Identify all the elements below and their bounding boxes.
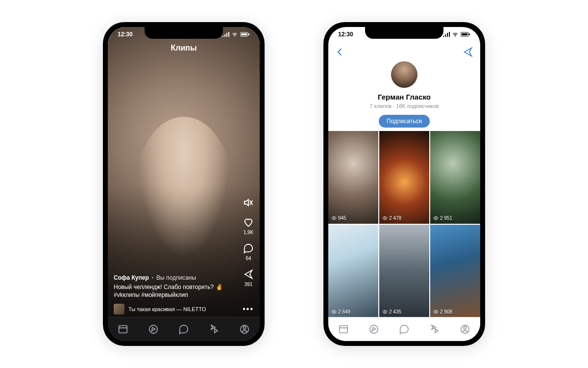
more-button[interactable]: ••• bbox=[243, 305, 254, 314]
view-count: 2 849 bbox=[338, 309, 350, 315]
caption-line-2: #vkклипы #мойпервыйклип bbox=[114, 291, 235, 299]
eye-icon bbox=[433, 309, 439, 315]
bullet: · bbox=[152, 274, 153, 281]
svg-point-16 bbox=[435, 217, 437, 219]
nav-clips[interactable] bbox=[428, 323, 441, 336]
clip-tile[interactable]: 2 908 bbox=[430, 225, 480, 317]
svg-point-25 bbox=[464, 327, 466, 330]
screen-feed: 12:30 Клипы 1,9K bbox=[108, 27, 260, 341]
share-button[interactable] bbox=[242, 268, 255, 281]
profile-topbar bbox=[328, 45, 480, 59]
view-count: 945 bbox=[338, 215, 346, 221]
svg-point-22 bbox=[370, 325, 378, 334]
comment-icon bbox=[243, 243, 254, 254]
view-count: 2 951 bbox=[440, 215, 452, 221]
wifi-icon bbox=[231, 32, 238, 37]
comment-button[interactable] bbox=[242, 242, 255, 255]
clip-tile[interactable]: 2 435 bbox=[379, 225, 429, 317]
view-count: 2 435 bbox=[389, 309, 401, 315]
eye-icon bbox=[382, 215, 388, 221]
share-icon bbox=[243, 269, 254, 280]
notch bbox=[365, 27, 443, 39]
music-cover bbox=[114, 304, 124, 315]
subscribe-button[interactable]: Подписаться bbox=[379, 115, 430, 128]
clip-tile[interactable]: 2 478 bbox=[379, 131, 429, 224]
svg-point-15 bbox=[384, 217, 386, 219]
screen-profile: 12:30 Герман Гласко 7 клипов · 16K подпи… bbox=[328, 27, 480, 341]
svg-marker-23 bbox=[372, 327, 375, 331]
battery-icon bbox=[240, 32, 250, 37]
eye-icon bbox=[382, 309, 388, 315]
feed-title: Клипы bbox=[108, 44, 260, 53]
svg-point-18 bbox=[384, 311, 386, 313]
caption-line-1: Новый челлендж! Слабо повторить? ✌️ bbox=[114, 283, 235, 291]
phone-profile: 12:30 Герман Гласко 7 клипов · 16K подпи… bbox=[323, 22, 485, 346]
svg-rect-2 bbox=[248, 33, 249, 35]
back-button[interactable] bbox=[335, 47, 345, 57]
share-count: 391 bbox=[245, 282, 253, 287]
svg-rect-5 bbox=[119, 326, 127, 333]
clip-tile[interactable]: 2 849 bbox=[328, 225, 378, 317]
like-count: 1,9K bbox=[244, 230, 254, 235]
wifi-icon bbox=[452, 32, 459, 37]
nav-profile[interactable] bbox=[459, 323, 471, 336]
signal-icon bbox=[222, 32, 229, 37]
status-time: 12:30 bbox=[338, 31, 353, 38]
status-icons bbox=[222, 32, 250, 37]
svg-point-10 bbox=[243, 327, 246, 330]
nav-profile[interactable] bbox=[238, 323, 251, 336]
clips-grid: 945 2 478 2 951 2 849 2 435 2 908 bbox=[328, 131, 480, 317]
profile-stats: 7 клипов · 16K подписчиков bbox=[370, 103, 439, 109]
nav-discover[interactable] bbox=[368, 323, 380, 336]
phone-feed: 12:30 Клипы 1,9K bbox=[103, 22, 265, 346]
avatar[interactable] bbox=[391, 61, 417, 88]
svg-point-19 bbox=[435, 311, 437, 313]
navbar bbox=[108, 317, 260, 341]
subscribed-label: Вы подписаны bbox=[156, 274, 196, 281]
author-name[interactable]: Софа Купер bbox=[114, 274, 149, 281]
svg-rect-13 bbox=[469, 33, 470, 35]
side-actions: 1,9K 64 391 bbox=[242, 196, 255, 287]
feed-meta: Софа Купер · Вы подписаны Новый челлендж… bbox=[114, 274, 235, 299]
eye-icon bbox=[433, 215, 439, 221]
profile-name: Герман Гласко bbox=[378, 93, 431, 101]
eye-icon bbox=[331, 309, 337, 315]
eye-icon bbox=[331, 215, 337, 221]
svg-rect-20 bbox=[340, 326, 348, 333]
battery-icon bbox=[461, 32, 470, 37]
svg-rect-1 bbox=[241, 33, 247, 35]
status-icons bbox=[443, 32, 470, 37]
nav-news[interactable] bbox=[337, 323, 350, 336]
mute-toggle[interactable] bbox=[242, 196, 255, 209]
nav-messages[interactable] bbox=[177, 323, 190, 336]
profile-header: Герман Гласко 7 клипов · 16K подписчиков… bbox=[328, 61, 480, 128]
music-row[interactable]: Ты такая красивая — NILETTO ••• bbox=[114, 304, 254, 315]
signal-icon bbox=[443, 32, 450, 37]
svg-marker-8 bbox=[151, 327, 155, 331]
navbar bbox=[328, 317, 480, 341]
share-profile-button[interactable] bbox=[463, 47, 473, 57]
view-count: 2 908 bbox=[440, 309, 452, 315]
svg-point-14 bbox=[333, 217, 335, 219]
like-button[interactable] bbox=[242, 216, 255, 229]
notch bbox=[145, 27, 223, 39]
nav-messages[interactable] bbox=[398, 323, 411, 336]
status-time: 12:30 bbox=[118, 31, 133, 38]
nav-news[interactable] bbox=[117, 323, 129, 336]
heart-icon bbox=[243, 217, 254, 228]
svg-point-7 bbox=[149, 325, 158, 334]
clip-tile[interactable]: 2 951 bbox=[430, 131, 480, 224]
view-count: 2 478 bbox=[389, 215, 401, 221]
comment-count: 64 bbox=[245, 256, 251, 261]
nav-clips[interactable] bbox=[208, 323, 220, 336]
clip-tile[interactable]: 945 bbox=[328, 131, 378, 224]
svg-point-17 bbox=[333, 311, 335, 313]
nav-discover[interactable] bbox=[147, 323, 160, 336]
music-label: Ты такая красивая — NILETTO bbox=[128, 306, 206, 312]
svg-rect-12 bbox=[462, 33, 467, 35]
